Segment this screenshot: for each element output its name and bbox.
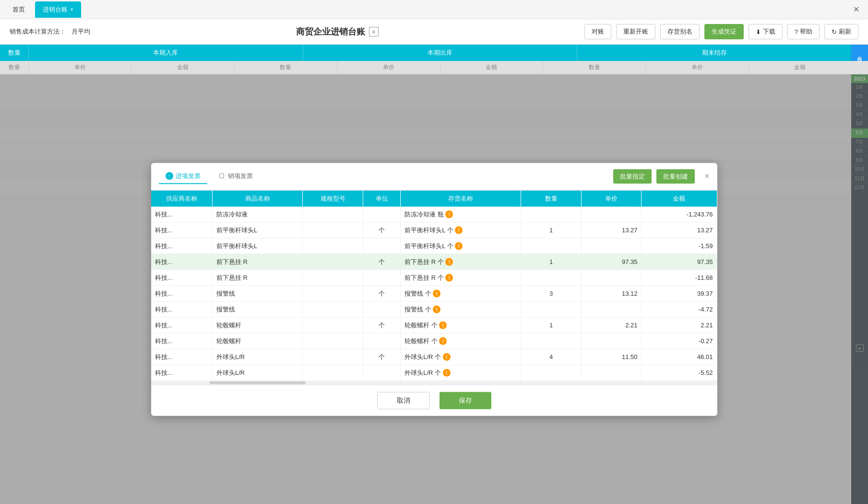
- table-cell: [303, 301, 363, 317]
- table-cell: [363, 333, 400, 349]
- table-cell: 13.27: [581, 222, 642, 238]
- table-cell: 轮毂螺杆 个 !: [401, 333, 521, 349]
- invoice-table: 供应商名称 商品名称 规格型号 单位 存货名称 数量 单价 金额 科技...防冻…: [151, 190, 717, 381]
- top-bar: 首页 进销台账 × ✕: [0, 0, 868, 19]
- download-button[interactable]: ⬇ 下载: [749, 24, 783, 39]
- reopen-button[interactable]: 重新开账: [616, 24, 655, 39]
- table-cell: 防冻冷却液: [212, 206, 302, 222]
- table-cell: 11.50: [581, 349, 642, 365]
- table-cell: [303, 286, 363, 301]
- table-header-row: 供应商名称 商品名称 规格型号 单位 存货名称 数量 单价 金额: [151, 190, 717, 206]
- table-cell: 13.12: [581, 286, 642, 301]
- tab-close-icon[interactable]: ×: [70, 6, 73, 13]
- table-cell: [581, 206, 642, 222]
- modal-close-button[interactable]: ×: [704, 169, 710, 183]
- refresh-button[interactable]: ↻ 刷新: [824, 24, 858, 39]
- warning-icon: !: [443, 353, 451, 361]
- in-storage-header: 本期入库: [29, 45, 303, 61]
- table-cell: [521, 365, 582, 381]
- table-cell: 个: [363, 286, 400, 301]
- title-text: 商贸企业进销台账: [296, 26, 365, 37]
- warning-icon: !: [445, 274, 453, 282]
- horizontal-scrollbar[interactable]: [151, 381, 717, 384]
- out-storage-header: 本期出库: [303, 45, 578, 61]
- sub-unit-price-3: 单价: [646, 61, 749, 74]
- purchase-tab-label: 进项发票: [176, 171, 201, 180]
- table-cell: [521, 333, 582, 349]
- table-cell: 2.21: [581, 317, 642, 333]
- table-row[interactable]: 科技...外球头L/R外球头L/R 个 !-5.52: [151, 365, 717, 381]
- batch-assign-button[interactable]: 批量指定: [613, 169, 652, 183]
- sub-amount-2: 金额: [440, 61, 543, 74]
- table-cell: [521, 270, 582, 286]
- scrollbar-thumb[interactable]: [210, 381, 306, 384]
- table-cell: -1,243.76: [642, 206, 717, 222]
- table-cell: [303, 365, 363, 381]
- table-cell: 前平衡杆球头L: [212, 222, 302, 238]
- table-cell: 39.37: [642, 286, 717, 301]
- table-cell: 报警线 个 !: [401, 286, 521, 301]
- table-cell: [303, 238, 363, 254]
- sub-qty: 数量: [0, 61, 29, 74]
- warning-icon: !: [445, 258, 453, 266]
- table-cell: 轮毂螺杆 个 !: [401, 317, 521, 333]
- warning-icon: !: [445, 211, 453, 218]
- table-row[interactable]: 科技...前平衡杆球头L个前平衡杆球头L 个 !113.2713.27: [151, 222, 717, 238]
- table-row[interactable]: 科技...外球头L/R个外球头L/R 个 !411.5046.01: [151, 349, 717, 365]
- table-row[interactable]: 科技...报警线报警线 个 !-4.72: [151, 301, 717, 317]
- modal-header: ↑ 进项发票 ☐ 销项发票 批量指定 批量创建 ×: [151, 163, 717, 190]
- generate-voucher-button[interactable]: 生成凭证: [704, 24, 744, 39]
- table-cell: [303, 317, 363, 333]
- help-button[interactable]: ? 帮助: [787, 24, 820, 39]
- table-cell: 轮毂螺杆: [212, 333, 302, 349]
- tab-home[interactable]: 首页: [5, 1, 33, 18]
- table-cell: [363, 206, 400, 222]
- cancel-button[interactable]: 取消: [377, 392, 430, 409]
- col-amount: 金额: [642, 190, 717, 206]
- window-close-button[interactable]: ✕: [849, 2, 863, 17]
- table-cell: [581, 333, 642, 349]
- download-label: 下载: [763, 27, 775, 36]
- tab-sales-invoice[interactable]: ☐ 销项发票: [212, 168, 260, 184]
- col-spec: 规格型号: [303, 190, 363, 206]
- rename-stock-button[interactable]: 存货别名: [660, 24, 700, 39]
- table-cell: 前平衡杆球头L 个 !: [401, 238, 521, 254]
- tab-purchase-invoice[interactable]: ↑ 进项发票: [159, 168, 207, 184]
- table-cell: 科技...: [151, 206, 213, 222]
- table-cell: 3: [521, 286, 582, 301]
- table-row[interactable]: 科技...轮毂螺杆个轮毂螺杆 个 !12.212.21: [151, 317, 717, 333]
- file-icon: ≡: [369, 27, 379, 36]
- table-cell: 科技...: [151, 317, 213, 333]
- modal-footer: 取消 保存: [151, 384, 717, 416]
- table-cell: [581, 238, 642, 254]
- table-cell: 前平衡杆球头L: [212, 238, 302, 254]
- table-cell: 科技...: [151, 333, 213, 349]
- table-cell: [521, 301, 582, 317]
- table-cell: -0.27: [642, 333, 717, 349]
- batch-create-button[interactable]: 批量创建: [656, 169, 695, 183]
- sub-qty-2: 数量: [235, 61, 337, 74]
- warning-icon: !: [433, 290, 440, 298]
- section-headers: 数量 本期入库 本期出库 期末结存 月份: [0, 45, 868, 61]
- table-cell: 外球头L/R: [212, 349, 302, 365]
- table-cell: 科技...: [151, 254, 213, 270]
- toolbar: 销售成本计算方法： 月平均 商贸企业进销台账 ≡ 对账 重新开账 存货别名 生成…: [0, 19, 868, 45]
- table-cell: 报警线: [212, 286, 302, 301]
- table-row[interactable]: 科技...防冻冷却液防冻冷却液 瓶 !-1,243.76: [151, 206, 717, 222]
- table-cell: [303, 222, 363, 238]
- table-cell: 个: [363, 254, 400, 270]
- table-row[interactable]: 科技...前平衡杆球头L前平衡杆球头L 个 !-1.59: [151, 238, 717, 254]
- table-cell: [521, 206, 582, 222]
- table-row[interactable]: 科技...报警线个报警线 个 !313.1239.37: [151, 286, 717, 301]
- quantity-col-header: 数量: [0, 45, 29, 61]
- table-row[interactable]: 科技...前下悬挂 R个前下悬挂 R 个 !197.3597.35: [151, 254, 717, 270]
- table-row[interactable]: 科技...轮毂螺杆轮毂螺杆 个 !-0.27: [151, 333, 717, 349]
- tab-active[interactable]: 进销台账 ×: [35, 1, 81, 18]
- table-cell: [521, 238, 582, 254]
- save-button[interactable]: 保存: [440, 392, 491, 409]
- table-cell: 科技...: [151, 365, 213, 381]
- help-label: 帮助: [800, 27, 812, 36]
- table-cell: [363, 301, 400, 317]
- reconcile-button[interactable]: 对账: [584, 24, 611, 39]
- table-row[interactable]: 科技...前下悬挂 R前下悬挂 R 个 !-11.68: [151, 270, 717, 286]
